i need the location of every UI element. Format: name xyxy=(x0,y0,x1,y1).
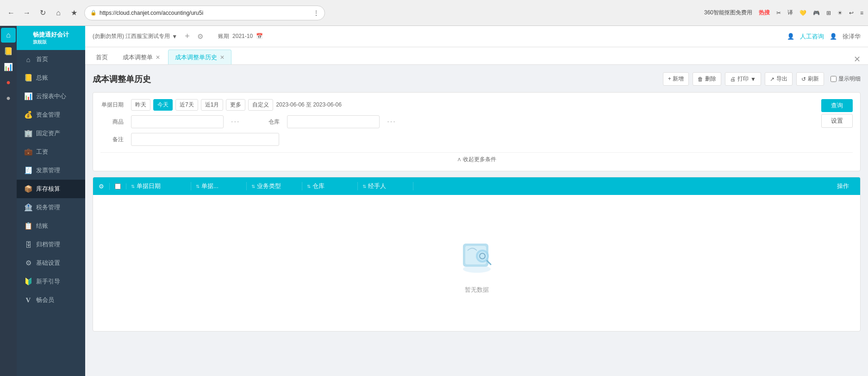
warehouse-input[interactable] xyxy=(287,115,380,128)
goods-input[interactable] xyxy=(131,115,224,128)
gear-column-icon: ⚙ xyxy=(99,183,104,190)
back-button[interactable]: ← xyxy=(5,6,18,19)
sidebar-item-guide[interactable]: 🔰 新手引导 xyxy=(17,272,85,291)
sidebar-strip-home[interactable]: ⌂ xyxy=(1,28,16,43)
sidebar-item-vip[interactable]: V 畅会员 xyxy=(17,291,85,309)
sidebar-label-ledger: 总账 xyxy=(36,74,48,82)
date-btn-1month[interactable]: 近1月 xyxy=(201,99,224,111)
star-button[interactable]: ★ xyxy=(68,6,81,19)
browser-menu-icon: ⋮ xyxy=(313,10,319,16)
th-check[interactable] xyxy=(110,183,126,189)
home-button[interactable]: ⌂ xyxy=(52,6,65,19)
translate-icon: 译 xyxy=(787,9,793,17)
delete-button[interactable]: 🗑 删除 xyxy=(693,72,721,86)
tab-bar: 首页 成本调整单 ✕ 成本调整单历史 ✕ ✕ xyxy=(85,47,868,65)
date-buttons: 昨天 今天 近7天 近1月 更多 自定义 2023-06-06 至 2023-0… xyxy=(131,99,342,111)
tab-home[interactable]: 首页 xyxy=(89,50,115,64)
select-all-checkbox[interactable] xyxy=(115,183,121,189)
th-person[interactable]: ⇅ 经手人 xyxy=(358,182,413,190)
th-no[interactable]: ⇅ 单据... xyxy=(191,182,247,190)
calendar-icon[interactable]: 📅 xyxy=(256,33,263,39)
th-action-label: 操作 xyxy=(837,182,849,190)
tab-cost-adjust-history-close[interactable]: ✕ xyxy=(220,54,225,61)
sidebar-item-fixed-assets[interactable]: 🏢 固定资产 xyxy=(17,124,85,143)
sidebar-strip-ledger[interactable]: 📒 xyxy=(1,44,16,58)
tab-cost-adjust[interactable]: 成本调整单 ✕ xyxy=(116,50,167,64)
main-close-button[interactable]: ✕ xyxy=(846,54,868,64)
hot-search-label: 热搜 xyxy=(759,9,770,17)
query-button[interactable]: 查询 xyxy=(821,99,853,112)
period-label: 账期 xyxy=(218,33,229,39)
add-tab-button[interactable]: + xyxy=(185,31,190,41)
refresh-button[interactable]: ↻ xyxy=(36,6,49,19)
invoice-icon: 🧾 xyxy=(24,166,32,175)
tab-cost-adjust-close[interactable]: ✕ xyxy=(156,54,160,61)
print-button[interactable]: 🖨 打印 ▼ xyxy=(725,72,761,86)
sidebar-item-reports[interactable]: 📊 云报表中心 xyxy=(17,87,85,106)
sidebar-strip-reports[interactable]: 📊 xyxy=(1,59,16,74)
tax-icon: 🏦 xyxy=(24,203,32,212)
tab-home-label: 首页 xyxy=(96,53,108,62)
payroll-icon: 💼 xyxy=(24,148,32,156)
th-gear[interactable]: ⚙ xyxy=(93,183,110,190)
warehouse-more-dots[interactable]: ··· xyxy=(387,118,396,126)
goods-more-dots[interactable]: ··· xyxy=(231,118,240,126)
sidebar-label-invoice: 发票管理 xyxy=(36,166,60,175)
sidebar-label-inventory: 库存核算 xyxy=(36,185,60,193)
company-dropdown-icon: ▼ xyxy=(172,33,177,40)
consulting-label[interactable]: 人工咨询 xyxy=(800,32,824,41)
refresh-button[interactable]: ↺ 刷新 xyxy=(796,72,824,86)
grid-icon: ⊞ xyxy=(826,10,831,16)
forward-button[interactable]: → xyxy=(20,6,33,19)
sidebar-label-archive: 归档管理 xyxy=(36,240,60,249)
topbar: (勿删勿禁用) 江西服宝测试专用 ▼ + ⚙ 账期 2021-10 📅 👤 人工… xyxy=(85,26,868,47)
sidebar-item-home[interactable]: ⌂ 首页 xyxy=(17,50,85,69)
settings-gear-icon[interactable]: ⚙ xyxy=(197,32,203,41)
reports-icon: 📊 xyxy=(24,92,32,100)
archive-icon: 🗄 xyxy=(24,241,32,249)
address-bar[interactable]: 🔒 https://cloud.chanjet.com/accounting/u… xyxy=(84,6,325,20)
sidebar-item-inventory[interactable]: 📦 库存核算 xyxy=(17,180,85,198)
data-table: ⚙ ⇅ 单据日期 ⇅ 单据... ⇅ 业务类型 xyxy=(93,177,861,332)
sort-no-icon: ⇅ xyxy=(196,184,200,189)
consulting-icon: 👤 xyxy=(787,33,794,40)
add-button[interactable]: + 新增 xyxy=(663,72,689,86)
date-btn-more[interactable]: 更多 xyxy=(226,99,245,111)
tab-cost-adjust-history[interactable]: 成本调整单历史 ✕ xyxy=(168,50,231,64)
page-content: 成本调整单历史 + 新增 🗑 删除 🖨 打印 ▼ ↗ 导出 xyxy=(85,65,868,376)
show-details-checkbox[interactable] xyxy=(831,76,837,82)
sidebar-item-tax[interactable]: 🏦 税务管理 xyxy=(17,198,85,217)
collapse-more-btn[interactable]: ∧ 收起更多条件 xyxy=(100,152,853,166)
sidebar-item-invoice[interactable]: 🧾 发票管理 xyxy=(17,161,85,180)
sidebar-strip-social2[interactable]: ● xyxy=(1,91,16,106)
remark-input[interactable] xyxy=(131,133,279,146)
date-btn-yesterday[interactable]: 昨天 xyxy=(131,99,150,111)
show-details-toggle[interactable]: 显示明细 xyxy=(831,75,861,83)
th-biz-type[interactable]: ⇅ 业务类型 xyxy=(247,182,302,190)
sidebar-item-ledger[interactable]: 📒 总账 xyxy=(17,69,85,87)
brightness-icon: ☀ xyxy=(837,10,843,16)
scissors-icon: ✂ xyxy=(776,10,781,16)
company-selector[interactable]: (勿删勿禁用) 江西服宝测试专用 ▼ xyxy=(93,32,177,40)
th-biz-label: 业务类型 xyxy=(257,182,281,190)
logo-sub: 旗舰版 xyxy=(33,39,69,45)
sidebar-strip-social1[interactable]: ● xyxy=(1,75,16,90)
th-warehouse[interactable]: ⇅ 仓库 xyxy=(302,182,358,190)
username-label[interactable]: 徐泽华 xyxy=(843,32,861,41)
vip-icon: V xyxy=(24,296,32,304)
sidebar-item-closing[interactable]: 📋 结账 xyxy=(17,217,85,235)
sort-asc-icon: ⇅ xyxy=(131,184,135,189)
set-button[interactable]: 设置 xyxy=(821,114,853,128)
sidebar-label-settings: 基础设置 xyxy=(36,259,60,267)
sidebar-item-archive[interactable]: 🗄 归档管理 xyxy=(17,235,85,254)
th-date[interactable]: ⇅ 单据日期 xyxy=(126,182,191,190)
sort-warehouse-icon: ⇅ xyxy=(307,184,311,189)
sidebar-item-payroll[interactable]: 💼 工资 xyxy=(17,143,85,161)
sidebar-label-guide: 新手引导 xyxy=(36,277,60,286)
date-btn-today[interactable]: 今天 xyxy=(153,99,173,111)
date-btn-7days[interactable]: 近7天 xyxy=(175,99,198,111)
sidebar-item-settings[interactable]: ⚙ 基础设置 xyxy=(17,254,85,272)
sidebar-item-funds[interactable]: 💰 资金管理 xyxy=(17,106,85,124)
date-btn-custom[interactable]: 自定义 xyxy=(248,99,273,111)
export-button[interactable]: ↗ 导出 xyxy=(765,72,793,86)
